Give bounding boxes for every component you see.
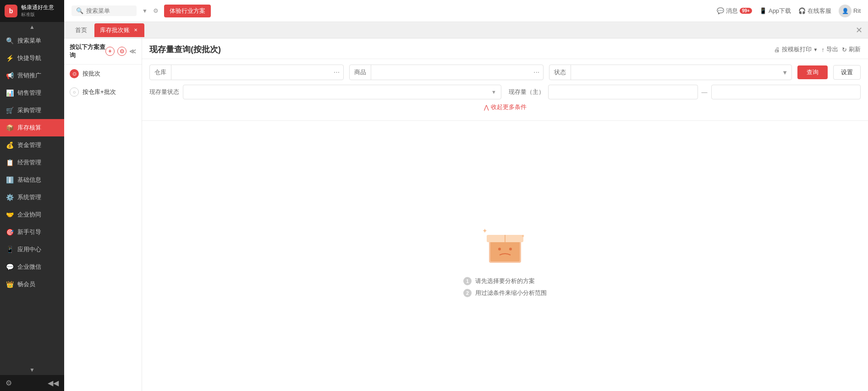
- tab-inventory-batch-label: 库存批次账: [100, 26, 130, 34]
- system-icon: ⚙️: [5, 193, 14, 201]
- sidebar-item-member[interactable]: 👑 畅会员: [0, 276, 64, 293]
- sidebar-item-quick-nav[interactable]: ⚡ 快捷导航: [0, 49, 64, 67]
- sidebar-item-label: 资金管理: [17, 141, 41, 149]
- stock-qty-range: —: [548, 85, 861, 99]
- dropdown-arrow-icon[interactable]: ▼: [142, 8, 148, 14]
- print-button[interactable]: 🖨 按模板打印 ▼: [774, 45, 818, 54]
- sidebar-item-system[interactable]: ⚙️ 系统管理: [0, 189, 64, 206]
- messages-button[interactable]: 💬 消息 99+: [717, 7, 752, 15]
- sidebar-item-newbie[interactable]: 🎯 新手引导: [0, 223, 64, 241]
- scheme-label: 按仓库+批次: [82, 88, 116, 96]
- empty-step-2: 2 用过滤条件来缩小分析范围: [463, 289, 547, 297]
- app-title: 畅康通好生意: [21, 4, 54, 11]
- collapse-up-icon: ⋀: [484, 104, 489, 111]
- left-panel-title: 按以下方案查询: [70, 43, 105, 60]
- collapse-more-button[interactable]: ⋀ 收起更多条件: [149, 99, 861, 115]
- tab-close-button[interactable]: ✕: [132, 27, 139, 33]
- settings-button[interactable]: 设置: [833, 65, 861, 80]
- stock-status-arrow: ▼: [491, 89, 496, 95]
- refresh-icon: ↻: [842, 46, 847, 53]
- export-icon: ↑: [822, 46, 825, 53]
- filter-row-2: 现存量状态 ▼ 现存量（主） —: [149, 85, 861, 99]
- basic-icon: ℹ️: [5, 176, 14, 184]
- left-panel-header: 按以下方案查询 + ⊙ ≪: [64, 38, 142, 65]
- sidebar-item-sales[interactable]: 📊 销售管理: [0, 84, 64, 102]
- right-panel: 现存量查询(按批次) 🖨 按模板打印 ▼ ↑ 导出 ↻ 刷新: [142, 38, 868, 391]
- collapse-panel-button[interactable]: ≪: [129, 48, 136, 55]
- tab-close-all-icon[interactable]: ✕: [856, 25, 863, 35]
- purchase-icon: 🛒: [5, 106, 14, 114]
- app-download-button[interactable]: 📱 App下载: [759, 7, 791, 15]
- sidebar-item-operation[interactable]: 📋 经营管理: [0, 154, 64, 171]
- scheme-settings-button[interactable]: ⊙: [117, 47, 126, 56]
- scheme-by-batch[interactable]: ⊙ 按批次: [64, 65, 142, 83]
- app-download-icon: 📱: [759, 7, 767, 14]
- product-more-button[interactable]: ···: [530, 68, 543, 76]
- sidebar: b 畅康通好生意 标准版 ▲ 🔍 搜索菜单 ⚡ 快捷导航 📢 营销推广 📊 销售…: [0, 0, 64, 391]
- sidebar-item-label: 基础信息: [17, 176, 41, 184]
- industry-solution-button[interactable]: 体验行业方案: [164, 5, 211, 17]
- sidebar-item-enterprise[interactable]: 🤝 企业协同: [0, 206, 64, 223]
- status-filter-group: 状态 ▼: [549, 65, 792, 80]
- sidebar-item-label: 营销推广: [17, 71, 41, 80]
- print-dropdown-arrow[interactable]: ▼: [813, 47, 818, 52]
- topbar-search-box: 🔍: [71, 5, 137, 16]
- sidebar-item-label: 销售管理: [17, 89, 41, 97]
- topbar-left: 🔍 ▼ ⚙ 体验行业方案: [71, 5, 211, 17]
- warehouse-filter-group: 仓库 ···: [149, 65, 344, 80]
- stock-status-filter: 现存量状态 ▼: [149, 85, 501, 99]
- sidebar-item-basic[interactable]: ℹ️ 基础信息: [0, 171, 64, 189]
- collapse-sidebar-icon[interactable]: ◀◀: [48, 379, 59, 387]
- stock-qty-min-input[interactable]: [548, 85, 698, 99]
- settings-footer-icon[interactable]: ⚙: [5, 379, 12, 387]
- search-icon: 🔍: [5, 37, 14, 45]
- wechat-icon: 💬: [5, 263, 14, 271]
- scroll-up-arrow[interactable]: ▲: [0, 22, 64, 32]
- message-icon: 💬: [717, 7, 724, 14]
- username-label: Rit: [853, 7, 861, 14]
- sidebar-item-label: 系统管理: [17, 193, 41, 201]
- sidebar-item-inventory[interactable]: 📦 库存核算: [0, 119, 64, 136]
- search-input[interactable]: [86, 7, 132, 14]
- refresh-button[interactable]: ↻ 刷新: [842, 45, 861, 54]
- sidebar-item-purchase[interactable]: 🛒 采购管理: [0, 102, 64, 119]
- sidebar-item-label: 库存核算: [17, 124, 41, 132]
- stock-qty-filter: 现存量（主） —: [509, 85, 861, 99]
- filter-row-1: 仓库 ··· 商品 ··· 状态 ▼ 查询 设置: [149, 65, 861, 80]
- product-filter-group: 商品 ···: [349, 65, 544, 80]
- scroll-down-arrow[interactable]: ▼: [0, 365, 64, 375]
- topbar-settings-icon[interactable]: ⚙: [153, 7, 159, 14]
- page-title-bar: 现存量查询(按批次) 🖨 按模板打印 ▼ ↑ 导出 ↻ 刷新: [142, 38, 868, 59]
- online-service-button[interactable]: 🎧 在线客服: [798, 7, 831, 15]
- warehouse-input[interactable]: [171, 65, 330, 79]
- status-value: [571, 65, 778, 79]
- sidebar-item-label: 畅会员: [17, 280, 35, 288]
- stock-qty-max-input[interactable]: [711, 85, 861, 99]
- avatar: 👤: [839, 5, 852, 17]
- sidebar-item-marketing[interactable]: 📢 营销推广: [0, 67, 64, 84]
- tab-home[interactable]: 首页: [70, 23, 93, 37]
- export-button[interactable]: ↑ 导出: [822, 45, 839, 54]
- sidebar-scroll: 🔍 搜索菜单 ⚡ 快捷导航 📢 营销推广 📊 销售管理 🛒 采购管理 📦 库存核…: [0, 32, 64, 365]
- step-1-text: 请先选择要分析的方案: [475, 277, 535, 285]
- scheme-by-warehouse-batch[interactable]: ○ 按仓库+批次: [64, 83, 142, 101]
- product-input[interactable]: [371, 65, 530, 79]
- sidebar-item-label: 新手引导: [17, 228, 41, 236]
- query-button[interactable]: 查询: [797, 65, 828, 79]
- app-center-icon: 📱: [5, 245, 14, 254]
- add-scheme-button[interactable]: +: [105, 47, 115, 56]
- sidebar-item-wechat[interactable]: 💬 企业微信: [0, 258, 64, 276]
- stock-status-label: 现存量状态: [149, 88, 179, 96]
- sidebar-item-app-center[interactable]: 📱 应用中心: [0, 241, 64, 258]
- user-avatar-area[interactable]: 👤 Rit: [839, 5, 861, 17]
- sidebar-item-finance[interactable]: 💰 资金管理: [0, 136, 64, 154]
- topbar-right: 💬 消息 99+ 📱 App下载 🎧 在线客服 👤 Rit: [717, 5, 861, 17]
- step-2-text: 用过滤条件来缩小分析范围: [475, 289, 547, 297]
- stock-status-select[interactable]: ▼: [183, 85, 501, 99]
- tab-inventory-batch[interactable]: 库存批次账 ✕: [94, 23, 144, 37]
- title-actions: 🖨 按模板打印 ▼ ↑ 导出 ↻ 刷新: [774, 45, 861, 54]
- status-dropdown-arrow[interactable]: ▼: [778, 69, 791, 76]
- warehouse-more-button[interactable]: ···: [330, 68, 343, 76]
- sidebar-item-search[interactable]: 🔍 搜索菜单: [0, 32, 64, 49]
- sales-icon: 📊: [5, 89, 14, 97]
